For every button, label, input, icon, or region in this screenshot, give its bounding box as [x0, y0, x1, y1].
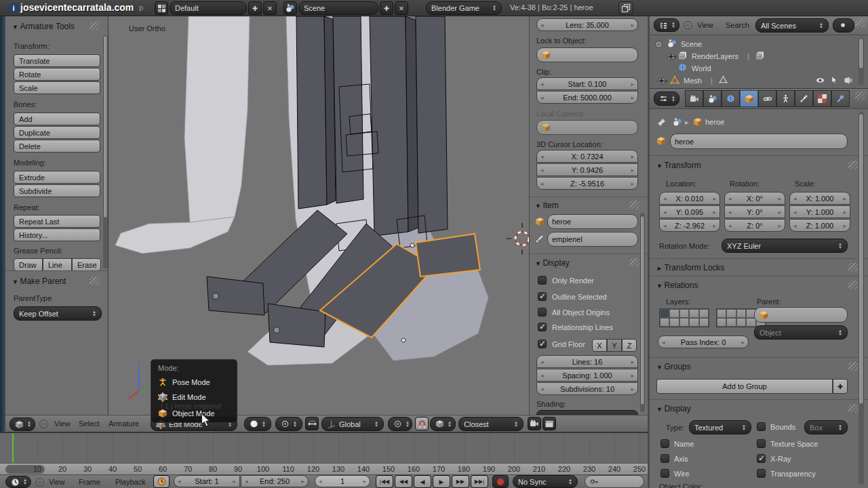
frame-end-field[interactable]: End: 250 [241, 475, 309, 487]
breadcrumb[interactable]: heroe [705, 118, 724, 126]
tab-object-data[interactable] [776, 90, 795, 107]
name-checkbox[interactable] [660, 439, 669, 448]
search-button[interactable] [833, 18, 854, 33]
collapse-menus-icon[interactable] [35, 478, 44, 487]
view-menu[interactable]: View [697, 21, 713, 29]
layers-grid-left[interactable] [659, 308, 709, 327]
time-toggle-button[interactable] [153, 475, 170, 488]
delete-scene-button[interactable] [395, 1, 408, 15]
menu-item-edit-mode[interactable]: Edit Mode [158, 392, 206, 402]
outliner-scrollbar[interactable] [859, 38, 864, 85]
groups-panel-header[interactable]: Groups [656, 362, 691, 371]
layer-cell[interactable] [669, 318, 679, 327]
layer-cell[interactable] [679, 309, 689, 318]
texture-space-checkbox[interactable] [757, 439, 766, 448]
select-menu[interactable]: Select [79, 420, 100, 428]
rotation-z-field[interactable]: Z: 0° [724, 219, 785, 232]
transform-locks-panel-header[interactable]: Transform Locks [656, 263, 724, 272]
armature-menu[interactable]: Armature [108, 420, 139, 428]
manipulator-toggle[interactable] [305, 417, 319, 430]
add-bone-button[interactable]: Add [14, 113, 100, 125]
scale-button[interactable]: Scale [14, 81, 100, 94]
panel-grip[interactable] [90, 277, 100, 285]
scene-selector[interactable]: Scene [298, 1, 378, 15]
cursor-y-field[interactable]: Y: 0.9426 [536, 163, 638, 176]
properties-scrollbar[interactable] [859, 112, 864, 485]
layer-cell[interactable] [660, 318, 669, 327]
frame-menu[interactable]: Frame [79, 478, 100, 486]
make-parent-panel-header[interactable]: Make Parent [12, 277, 66, 286]
playhead[interactable] [12, 433, 14, 463]
layer-cell[interactable] [699, 318, 709, 327]
layer-cell[interactable] [660, 309, 669, 318]
tree-item-renderlayers[interactable]: RenderLayers [692, 52, 738, 60]
layer-cell[interactable] [689, 309, 698, 318]
delete-bone-button[interactable]: Delete [14, 140, 100, 152]
add-to-group-button[interactable]: Add to Group [656, 379, 833, 394]
layer-cell[interactable] [679, 318, 689, 327]
lock-object-field[interactable] [536, 47, 638, 62]
panel-grip[interactable] [629, 201, 639, 209]
renderable-camera-icon[interactable] [844, 76, 853, 85]
collapse-scene-icon[interactable] [655, 41, 663, 48]
tab-world[interactable] [722, 90, 740, 107]
scale-x-field[interactable]: X: 1.000 [789, 192, 850, 205]
current-frame-field[interactable]: 1 [315, 475, 370, 487]
wire-checkbox[interactable] [660, 469, 669, 478]
jump-to-start-button[interactable]: |◀◀ [376, 475, 393, 488]
relationship-lines-checkbox[interactable] [538, 323, 547, 331]
panel-grip[interactable] [90, 22, 100, 30]
gp-draw-button[interactable]: Draw [14, 258, 43, 271]
history-button[interactable]: History... [14, 228, 100, 241]
panel-grip[interactable] [848, 161, 859, 169]
parent-type-dropdown[interactable]: Object [754, 325, 848, 340]
playback-menu[interactable]: Playback [115, 478, 146, 486]
subdivide-button[interactable]: Subdivide [14, 184, 100, 197]
bounds-checkbox[interactable] [757, 422, 766, 431]
axis-checkbox[interactable] [660, 454, 669, 463]
duplicate-bone-button[interactable]: Duplicate [14, 126, 100, 139]
panel-grip[interactable] [629, 258, 639, 267]
all-object-origins-checkbox[interactable] [538, 308, 547, 317]
rotate-button[interactable]: Rotate [14, 68, 100, 81]
tab-physics[interactable] [813, 90, 831, 107]
proportional-edit-dropdown[interactable] [388, 417, 412, 431]
snap-target-dropdown[interactable]: Closest [458, 417, 524, 431]
translate-button[interactable]: Translate [14, 54, 100, 67]
npanel-scrollbar[interactable] [640, 213, 645, 412]
snap-element-dropdown[interactable] [430, 417, 456, 431]
cursor-z-field[interactable]: Z: -5.9516 [536, 177, 638, 190]
scene-browse-button[interactable] [283, 1, 297, 15]
lens-field[interactable]: Lens: 35.000 [536, 18, 638, 31]
timeline-tracks[interactable] [0, 433, 648, 463]
location-x-field[interactable]: X: 0.010 [659, 192, 720, 205]
bounds-type-dropdown[interactable]: Box [804, 420, 848, 434]
layer-cell[interactable] [669, 309, 679, 318]
tab-particles[interactable] [831, 90, 850, 107]
local-camera-field[interactable] [536, 120, 638, 135]
editor-type-selector[interactable] [654, 92, 679, 106]
tab-render[interactable] [685, 90, 703, 107]
grid-axis-y-button[interactable]: Y [607, 339, 622, 352]
keying-set-field[interactable] [585, 475, 644, 488]
clip-start-field[interactable]: Start: 0.100 [536, 77, 638, 90]
expand-mesh-icon[interactable] [658, 77, 665, 85]
play-reverse-button[interactable]: ◀ [414, 475, 431, 488]
extrude-button[interactable]: Extrude [14, 171, 100, 184]
grid-axis-z-button[interactable]: Z [622, 339, 637, 352]
panel-grip[interactable] [848, 404, 859, 413]
search-menu[interactable]: Search [726, 21, 749, 29]
snap-toggle[interactable] [415, 417, 429, 430]
gp-erase-button[interactable]: Erase [72, 258, 101, 271]
outline-selected-checkbox[interactable] [538, 292, 547, 301]
panel-grip[interactable] [848, 281, 859, 289]
editor-type-selector[interactable] [9, 418, 35, 431]
tab-object[interactable] [740, 90, 758, 107]
tab-bone[interactable] [795, 90, 813, 107]
tree-item-mesh[interactable]: Mesh [684, 77, 702, 85]
record-button[interactable] [492, 475, 509, 488]
location-z-field[interactable]: Z: -2.962 [659, 219, 720, 232]
item-panel-header[interactable]: Item [535, 201, 559, 210]
frame-ruler[interactable]: 1020304050607080901001101201301401501601… [0, 463, 648, 475]
grid-axis-x-button[interactable]: X [592, 339, 607, 352]
